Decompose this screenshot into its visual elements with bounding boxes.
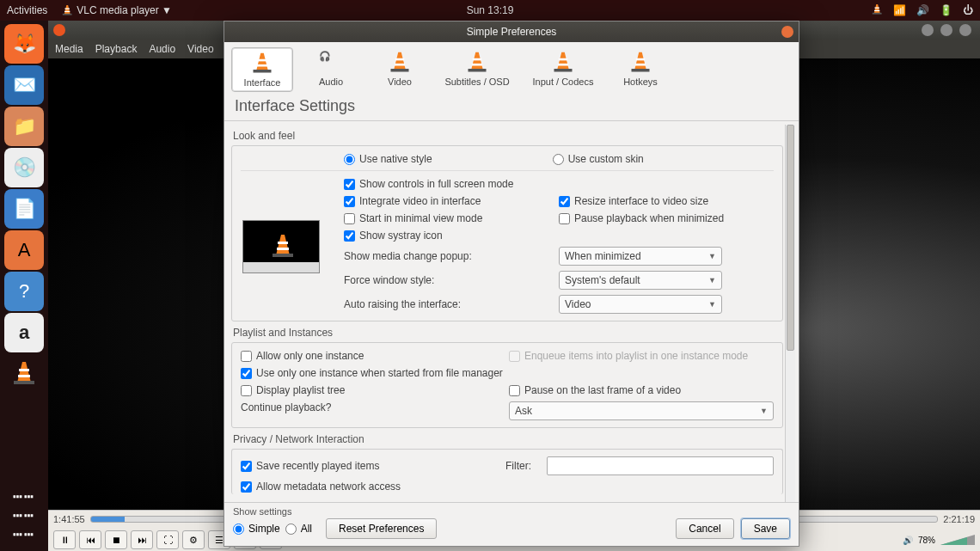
battery-icon[interactable]: 🔋 [940,4,952,16]
preferences-dialog: Simple Preferences Interface 🎧Audio Vide… [224,21,799,547]
launcher-apps-grid[interactable]: ┅┅┅┅┅┅ [13,487,35,544]
launcher-writer[interactable]: 📄 [4,189,44,229]
btn-label: Reset Preferences [339,523,424,535]
window-min-icon[interactable] [922,24,934,36]
chk-systray[interactable]: Show systray icon [344,230,542,242]
show-settings-label: Show settings [233,506,790,517]
elapsed-time[interactable]: 1:41:55 [53,514,85,524]
power-icon[interactable]: ⏻ [963,4,973,16]
cat-label: Video [388,77,412,87]
filter-input[interactable] [547,456,774,475]
unity-launcher: 🦊 ✉️ 📁 💿 📄 A ? a ┅┅┅┅┅┅ [0,21,48,551]
chk-pause-last-frame[interactable]: Pause on the last frame of a video [509,384,774,396]
chk-label: Allow only one instance [256,350,364,362]
menu-audio[interactable]: Audio [149,43,175,55]
cat-label: Audio [319,77,343,87]
launcher-amazon[interactable]: a [4,313,44,352]
settings-scroll: Look and feel Use native style Use custo… [231,125,795,502]
menu-video[interactable]: Video [187,43,213,55]
chk-label: Start in minimal view mode [359,212,482,224]
wifi-icon[interactable]: 📶 [893,4,906,16]
launcher-vlc[interactable] [4,354,44,394]
cat-audio[interactable]: 🎧Audio [300,47,362,92]
app-menu[interactable]: VLC media player ▼ [61,4,172,16]
select-auto-raise[interactable]: Video▼ [559,295,722,314]
launcher-files[interactable]: 📁 [4,107,44,146]
select-continue-playback[interactable]: Ask▼ [509,401,774,420]
activities-button[interactable]: Activities [7,4,47,16]
launcher-help[interactable]: ? [4,272,44,311]
scrollbar[interactable] [785,125,795,502]
scrollbar-thumb[interactable] [787,125,794,351]
group-look-label: Look and feel [233,130,783,142]
radio-custom-skin[interactable]: Use custom skin [553,153,644,165]
chk-show-controls-fs[interactable]: Show controls in full screen mode [344,178,542,190]
chk-label: Save recently played items [256,460,379,472]
next-button[interactable]: ⏭ [131,530,153,549]
radio-label: Use custom skin [568,153,644,165]
btn-label: Save [754,523,777,535]
radio-simple[interactable]: Simple [233,523,280,535]
chk-minimal-view[interactable]: Start in minimal view mode [344,212,542,224]
fullscreen-button[interactable]: ⛶ [156,530,179,549]
save-button[interactable]: Save [741,518,790,539]
cat-interface[interactable]: Interface [231,47,293,92]
cat-input[interactable]: Input / Codecs [524,47,603,92]
chk-playlist-tree[interactable]: Display playlist tree [241,384,499,396]
launcher-firefox[interactable]: 🦊 [4,24,44,64]
dialog-titlebar: Simple Preferences [224,21,799,42]
clock[interactable]: Sun 13:19 [467,4,514,16]
chevron-down-icon: ▼ [708,300,716,309]
group-playlist-label: Playlist and Instances [233,327,783,339]
radio-all[interactable]: All [285,523,312,535]
chk-label: Display playlist tree [256,384,345,396]
chk-label: Use only one instance when started from … [256,367,503,379]
mute-icon[interactable]: 🔊 [903,536,913,545]
pause-button[interactable]: ⏸ [53,530,76,549]
chk-metadata-access[interactable]: Allow metadata network access [241,481,774,493]
window-close-icon[interactable] [53,24,65,36]
volume-slider[interactable] [940,533,975,547]
launcher-thunderbird[interactable]: ✉️ [4,65,44,105]
launcher-software[interactable]: A [4,230,44,270]
window-close2-icon[interactable] [959,24,971,36]
cat-video[interactable]: Video [369,47,431,92]
chk-label: Show systray icon [359,230,443,242]
chk-resize-interface[interactable]: Resize interface to video size [559,195,774,207]
cancel-button[interactable]: Cancel [676,518,733,539]
chk-label: Integrate video in interface [359,195,481,207]
cat-label: Hotkeys [623,77,658,87]
chk-integrate-video[interactable]: Integrate video in interface [344,195,542,207]
radio-native-style[interactable]: Use native style [344,153,432,165]
volume-icon[interactable]: 🔊 [916,4,929,16]
cat-subtitles[interactable]: Subtitles / OSD [438,47,517,92]
total-time[interactable]: 2:21:19 [943,514,975,524]
cat-hotkeys[interactable]: Hotkeys [609,47,671,92]
chk-label: Show controls in full screen mode [359,178,513,190]
chevron-down-icon: ▼ [760,407,768,415]
btn-label: Cancel [689,523,720,535]
window-max-icon[interactable] [940,24,952,36]
dialog-footer: Show settings Simple All Reset Preferenc… [224,502,799,546]
select-window-style[interactable]: System's default▼ [559,271,722,290]
stop-button[interactable]: ⏹ [105,530,127,549]
chk-one-instance[interactable]: Allow only one instance [241,350,499,362]
menu-playback[interactable]: Playback [95,43,138,55]
chk-save-recent[interactable]: Save recently played items [241,460,499,472]
menu-media[interactable]: Media [55,43,83,55]
select-media-popup[interactable]: When minimized▼ [559,247,722,266]
dialog-close-icon[interactable] [781,26,793,38]
chk-enqueue: Enqueue items into playlist in one insta… [509,350,774,362]
launcher-rhythmbox[interactable]: 💿 [4,148,44,187]
tray-vlc-icon[interactable] [871,3,883,18]
lbl-media-popup: Show media change popup: [344,250,542,262]
chk-one-instance-fm[interactable]: Use only one instance when started from … [241,367,774,379]
chk-pause-minimized[interactable]: Pause playback when minimized [559,212,774,224]
reset-button[interactable]: Reset Preferences [326,518,437,539]
gnome-top-panel: Activities VLC media player ▼ Sun 13:19 … [0,0,980,21]
lbl-auto-raise: Auto raising the interface: [344,298,542,310]
group-privacy-label: Privacy / Network Interaction [233,433,783,445]
chk-label: Allow metadata network access [256,481,401,493]
prev-button[interactable]: ⏮ [79,530,101,549]
ext-button[interactable]: ⚙ [182,530,205,549]
